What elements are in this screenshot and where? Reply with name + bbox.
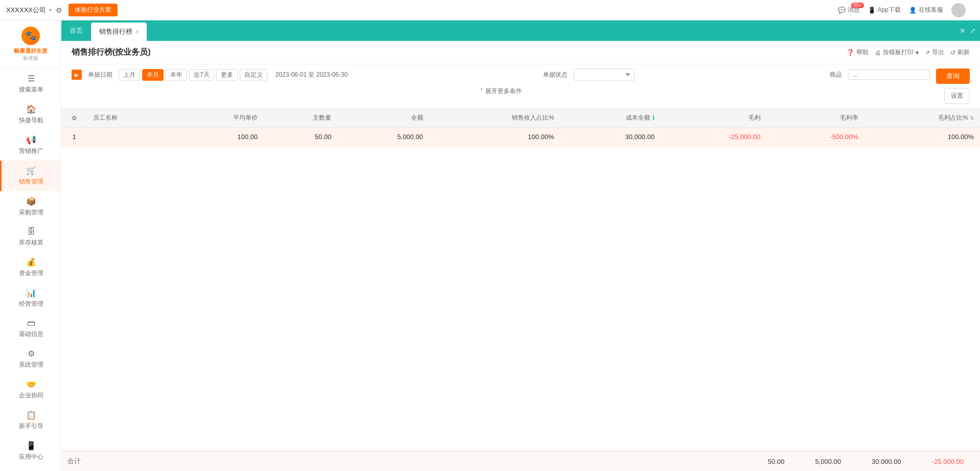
print-button[interactable]: 🖨 按模板打印 ▾ xyxy=(875,48,919,57)
date-btn-custom[interactable]: 自定义 xyxy=(240,69,267,81)
status-select[interactable] xyxy=(574,69,635,81)
chevron-down-icon: ▾ xyxy=(49,7,52,13)
tab-bar-right: ✕ ⤢ xyxy=(960,27,980,35)
sidebar-item-label: 经营管理 xyxy=(19,300,43,308)
enterprise-icon: 🤝 xyxy=(26,379,36,389)
filter-expand-button[interactable]: ▶ xyxy=(72,70,82,80)
sidebar-item-inventory[interactable]: 🗄 库存核算 xyxy=(0,222,61,252)
sidebar-item-label: 资金管理 xyxy=(19,269,43,278)
sidebar-item-label: 搜索菜单 xyxy=(19,85,43,94)
expand-row: ˅ 展开更多条件 xyxy=(72,85,930,98)
tab-sales-ranking[interactable]: 销售排行榜 × xyxy=(91,23,147,41)
header-actions: ❓ 帮助 🖨 按模板打印 ▾ ↗ 导出 ↺ xyxy=(847,48,970,57)
help-icon: ❓ xyxy=(847,49,854,56)
goods-filter-label: 商品 xyxy=(830,71,842,79)
col-gross-rate: 毛利率 xyxy=(767,108,864,128)
sort-icon[interactable]: ⇅ xyxy=(970,115,974,121)
filter-area: ▶ 单据日期 上月 本月 本年 近7天 更多 自定义 2023 xyxy=(61,64,980,108)
date-btn-this-month[interactable]: 本月 xyxy=(142,69,164,81)
filter-row-date: ▶ 单据日期 上月 本月 本年 近7天 更多 自定义 2023 xyxy=(72,69,930,81)
sidebar-item-finance[interactable]: 💰 资金管理 xyxy=(0,252,61,283)
table-wrap: ⚙ 员工名称 平均单价 主数量 全额 销售收入占比% 成本全额 ℹ 毛利 毛利率… xyxy=(61,108,980,451)
window-expand-button[interactable]: ⤢ xyxy=(970,27,976,35)
sidebar-item-label: 应用中心 xyxy=(19,453,43,461)
online-service-button[interactable]: 👤 在线客服 xyxy=(909,6,943,14)
finance-icon: 💰 xyxy=(26,257,36,267)
cell-rank: 1 xyxy=(61,128,87,146)
top-bar: XXXXXX公司 ▾ ⚙ 体验行业方案 💬 消息 99+ 📱 App下载 👤 在… xyxy=(0,0,980,20)
sidebar-item-system[interactable]: ⚙ 系统管理 xyxy=(0,344,61,374)
sidebar-item-enterprise[interactable]: 🤝 企业协同 xyxy=(0,374,61,405)
table-row: 1 100.00 50.00 5,000.00 100.00% 30,000.0… xyxy=(61,128,980,146)
table-footer: 合计 50.00 5,000.00 30,000.00 -25,000.00 xyxy=(61,451,980,471)
query-button[interactable]: 查询 xyxy=(936,69,970,84)
home-icon: 🏠 xyxy=(26,104,36,114)
col-settings[interactable]: ⚙ xyxy=(61,108,87,128)
cost-info-icon[interactable]: ℹ xyxy=(652,114,655,121)
date-btn-7days[interactable]: 近7天 xyxy=(189,69,214,81)
export-button[interactable]: ↗ 导出 xyxy=(925,48,944,57)
sidebar-item-guide[interactable]: 📋 新手引导 xyxy=(0,405,61,436)
company-selector[interactable]: XXXXXX公司 ▾ xyxy=(6,6,52,15)
logo-subtitle: 标准版 xyxy=(23,55,38,62)
sidebar-item-search[interactable]: ☰ 搜索菜单 xyxy=(0,69,61,99)
help-button[interactable]: ❓ 帮助 xyxy=(847,48,869,57)
date-btn-last-month[interactable]: 上月 xyxy=(119,69,140,81)
tab-home-label: 首页 xyxy=(70,26,83,35)
logo-area: 🐾 畅康通好生意 标准版 xyxy=(0,20,61,69)
tab-bar: 首页 销售排行榜 × ✕ ⤢ xyxy=(61,20,980,41)
date-btn-this-year[interactable]: 本年 xyxy=(166,69,187,81)
goods-input-wrap[interactable]: ... xyxy=(848,70,930,80)
tab-close-icon[interactable]: × xyxy=(135,29,139,35)
col-sales-pct: 销售收入占比% xyxy=(429,108,560,128)
sidebar-item-label: 系统管理 xyxy=(19,361,43,369)
sidebar-item-label: 基础信息 xyxy=(19,330,43,339)
table-header-row: ⚙ 员工名称 平均单价 主数量 全额 销售收入占比% 成本全额 ℹ 毛利 毛利率… xyxy=(61,108,980,128)
content-area: 首页 销售排行榜 × ✕ ⤢ 销售排行榜(按业务员) ❓ 帮助 xyxy=(61,20,980,471)
sidebar-item-wechat[interactable]: 💬 企业微信 xyxy=(0,466,61,471)
cell-qty: 50.00 xyxy=(264,128,337,146)
tab-home[interactable]: 首页 xyxy=(61,20,91,41)
date-btn-more[interactable]: 更多 xyxy=(216,69,238,81)
print-chevron-icon: ▾ xyxy=(916,49,919,56)
trial-button[interactable]: 体验行业方案 xyxy=(69,4,118,16)
service-icon: 👤 xyxy=(909,7,917,14)
page-content: 销售排行榜(按业务员) ❓ 帮助 🖨 按模板打印 ▾ ↗ xyxy=(61,41,980,471)
sidebar-item-label: 销售管理 xyxy=(19,177,43,186)
col-gross: 毛利 xyxy=(661,108,767,128)
refresh-button[interactable]: ↺ 刷新 xyxy=(950,48,970,57)
operation-icon: 📊 xyxy=(26,288,36,298)
sidebar-item-appcenter[interactable]: 📱 应用中心 xyxy=(0,436,61,466)
search-icon: ☰ xyxy=(28,74,35,83)
goods-more-icon[interactable]: ... xyxy=(853,71,858,78)
refresh-icon: ↺ xyxy=(950,49,955,56)
sidebar-item-sales[interactable]: 🛒 销售管理 xyxy=(0,161,61,191)
expand-more-button[interactable]: ˅ 展开更多条件 xyxy=(480,87,522,96)
filter-right-buttons: 查询 设置 xyxy=(936,69,970,104)
top-right-area: 💬 消息 99+ 📱 App下载 👤 在线客服 xyxy=(838,3,974,17)
message-icon: 💬 xyxy=(838,7,846,14)
sidebar-item-operation[interactable]: 📊 经营管理 xyxy=(0,283,61,313)
window-close-button[interactable]: ✕ xyxy=(960,27,966,35)
sidebar-item-quicknav[interactable]: 🏠 快捷导航 xyxy=(0,99,61,130)
inventory-icon: 🗄 xyxy=(27,227,35,236)
app-icon: 📱 xyxy=(868,7,876,14)
sidebar-item-basicinfo[interactable]: 🗃 基础信息 xyxy=(0,313,61,344)
status-filter-label: 单据状态 xyxy=(543,71,567,79)
col-total: 全额 xyxy=(337,108,429,128)
marketing-icon: 📢 xyxy=(26,135,36,145)
settings-button[interactable]: 设置 xyxy=(944,88,970,104)
date-buttons: 上月 本月 本年 近7天 更多 自定义 xyxy=(119,69,267,81)
col-gross-pct[interactable]: 毛利占比% ⇅ xyxy=(864,108,980,128)
settings-icon[interactable]: ⚙ xyxy=(56,6,62,14)
cell-total: 5,000.00 xyxy=(337,128,429,146)
sidebar-item-marketing[interactable]: 📢 营销推广 xyxy=(0,130,61,161)
message-button[interactable]: 💬 消息 99+ xyxy=(838,6,860,14)
page-header: 销售排行榜(按业务员) ❓ 帮助 🖨 按模板打印 ▾ ↗ xyxy=(61,41,980,64)
avatar[interactable] xyxy=(951,3,966,17)
expand-icon: ˅ xyxy=(480,88,483,95)
footer-cost: 30,000.00 xyxy=(872,458,901,465)
app-download-button[interactable]: 📱 App下载 xyxy=(868,6,901,14)
sidebar-item-purchase[interactable]: 📦 采购管理 xyxy=(0,191,61,222)
col-avg-price: 平均单价 xyxy=(175,108,264,128)
